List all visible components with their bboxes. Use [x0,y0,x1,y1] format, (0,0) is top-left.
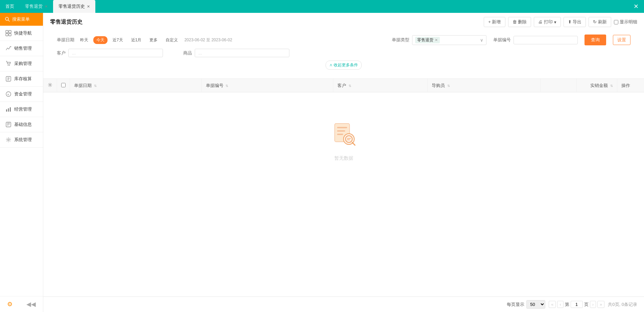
col-amount-sort[interactable]: ⇅ [610,84,613,88]
page-nav: « ‹ 第 页 › » [549,301,604,308]
page-label: 第 [565,302,569,308]
svg-line-30 [352,142,355,145]
customer-filter-input[interactable] [68,49,163,57]
date-btn-today[interactable]: 今天 [93,36,108,44]
col-number[interactable]: 单据编号 ⇅ [201,79,333,92]
show-detail-checkbox-label[interactable]: 显示明细 [614,19,637,25]
sidebar-settings-btn[interactable]: ⚙ [7,300,13,308]
type-tag-close[interactable]: ✕ [435,38,438,42]
tab-retail-return-close[interactable]: ✕ [45,4,48,9]
settings-button[interactable]: 设置 [613,35,630,45]
col-guide-sort[interactable]: ⇅ [447,84,450,88]
delete-button-label: 🗑 删除 [512,19,527,25]
svg-rect-25 [337,127,347,128]
window-close-btn[interactable]: ✕ [628,0,644,13]
basic-info-icon [5,121,11,128]
col-checkbox[interactable] [57,79,70,92]
pagination-bar: 每页显示 20 50 100 « ‹ 第 页 › » 共0页, 0条记录 [43,296,644,312]
svg-rect-5 [9,34,11,36]
goods-filter-input[interactable] [195,49,289,57]
sidebar-volume-btn[interactable]: ◀◀ [26,300,36,308]
col-settings[interactable] [43,79,57,92]
svg-text:¥: ¥ [7,93,9,96]
svg-point-8 [9,65,10,66]
empty-text: 暂无数据 [334,155,353,161]
sidebar-item-sales-mgmt[interactable]: 销售管理 [0,41,43,56]
date-btn-custom[interactable]: 自定义 [163,36,181,44]
col-amount[interactable]: 实销金额 ⇅ [576,79,617,92]
number-filter: 单据编号 [493,36,578,44]
query-button[interactable]: 查询 [585,35,606,45]
tab-home[interactable]: 首页 [0,0,20,13]
svg-rect-4 [6,34,8,36]
prev-page-btn[interactable]: ‹ [557,301,563,308]
sidebar-bottom: ⚙ ◀◀ [0,296,43,312]
col-guide[interactable]: 导购员 ⇅ [427,79,540,92]
print-button[interactable]: 🖨 打印 ▾ [534,17,561,27]
sidebar-item-basic-info[interactable]: 基础信息 [0,117,43,132]
show-detail-checkbox[interactable] [614,20,618,24]
tab-retail-return[interactable]: 零售退货 ✕ [20,0,53,13]
type-tag: 零售退货 ✕ [415,37,440,43]
collapse-btn[interactable]: ∧ 收起更多条件 [326,61,362,70]
sidebar-item-sales-label: 销售管理 [14,45,32,51]
sidebar-item-purchase-label: 采购管理 [14,61,32,67]
sidebar-item-quick-nav[interactable]: 快捷导航 [0,26,43,41]
delete-button[interactable]: 🗑 删除 [508,17,531,27]
date-btn-last7[interactable]: 近7天 [110,36,126,44]
type-select[interactable]: 零售退货 ✕ ∨ [412,35,486,45]
sidebar-search-label: 搜索菜单 [12,16,30,22]
sidebar-item-purchase-mgmt[interactable]: 采购管理 [0,56,43,71]
col-customer-sort[interactable]: ⇅ [349,84,351,88]
collapse-btn-label: ∧ 收起更多条件 [329,62,358,68]
col-date-sort[interactable]: ⇅ [94,84,97,88]
type-select-arrow: ∨ [480,38,483,43]
per-page-select[interactable]: 20 50 100 [526,300,545,309]
query-button-label: 查询 [591,37,600,43]
col-amount-label: 实销金额 [590,83,608,88]
new-button-label: + 新增 [488,19,501,25]
page-title: 零售退货历史 [50,19,82,26]
col-date[interactable]: 单据日期 ⇅ [70,79,202,92]
last-page-btn[interactable]: » [597,301,604,308]
svg-rect-2 [6,30,8,33]
sidebar-item-operation-mgmt[interactable]: 经营管理 [0,102,43,117]
export-button[interactable]: ⬆ 导出 [564,17,586,27]
page-input[interactable] [571,301,583,308]
date-btn-more[interactable]: 更多 [146,36,161,44]
date-btn-last1m[interactable]: 近1月 [128,36,145,44]
first-page-btn[interactable]: « [549,301,556,308]
date-btn-yesterday[interactable]: 昨天 [77,36,91,44]
table-settings-icon [47,82,53,88]
col-action-label: 操作 [621,83,630,88]
tab-retail-return-history-close[interactable]: ✕ [87,4,90,9]
sidebar-item-inventory-calc[interactable]: 库存核算 [0,71,43,87]
col-customer[interactable]: 客户 ⇅ [333,79,428,92]
svg-point-7 [8,65,9,66]
goods-filter-label: 商品 [183,50,192,56]
inventory-icon [5,76,11,82]
sidebar-item-inventory-label: 库存核算 [14,76,32,82]
sidebar-item-finance-mgmt[interactable]: ¥ 资金管理 [0,87,43,102]
show-detail-label: 显示明细 [620,19,637,25]
col-guide-label: 导购员 [432,83,445,88]
next-page-btn[interactable]: › [590,301,596,308]
refresh-button[interactable]: ↻ 刷新 [589,17,611,27]
tab-retail-return-history[interactable]: 零售退货历史 ✕ [53,0,95,13]
date-filter-label: 单据日期 [57,37,74,43]
sidebar-item-system-mgmt[interactable]: 系统管理 [0,132,43,148]
settings-button-label: 设置 [617,37,626,43]
empty-state: 暂无数据 [43,92,644,188]
svg-rect-17 [10,107,11,112]
select-all-checkbox[interactable] [61,83,66,87]
number-filter-input[interactable] [514,36,578,44]
col-number-sort[interactable]: ⇅ [225,84,228,88]
new-button[interactable]: + 新增 [484,17,505,27]
tab-retail-return-label: 零售退货 [25,3,43,9]
refresh-button-label: ↻ 刷新 [593,19,607,25]
page-unit: 页 [584,302,589,308]
svg-rect-15 [6,109,7,112]
empty-state-icon [329,119,359,150]
sidebar-search[interactable]: 搜索菜单 [0,13,43,26]
date-range-text: 2023-06-02 至 2023-06-02 [184,37,232,43]
